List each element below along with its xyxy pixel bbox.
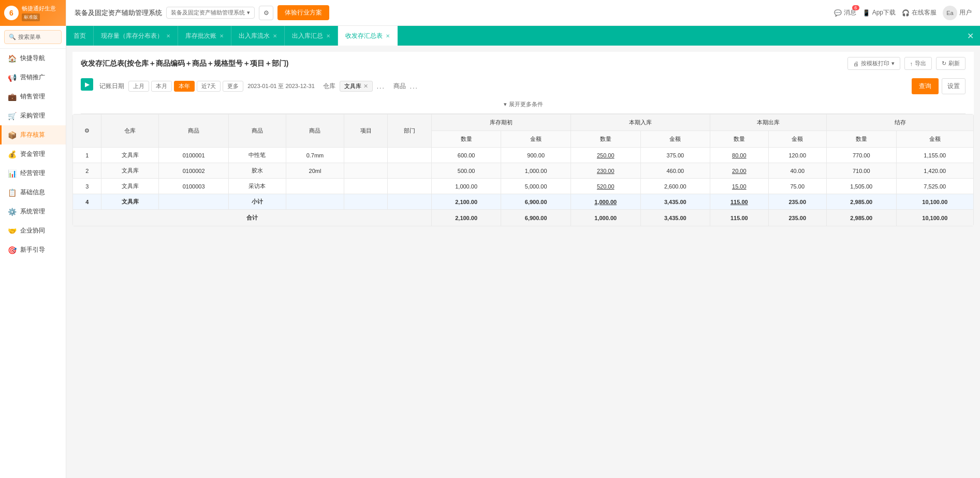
main-area: 装备及固定资产辅助管理系统 装备及固定资产辅助管理系统 ▾ ⚙ 体验行业方案 💬… bbox=[66, 0, 980, 478]
warehouse-filter-section: 仓库 文具库 ✕ ... bbox=[323, 81, 385, 92]
tab-batch-close[interactable]: ✕ bbox=[220, 33, 224, 39]
date-btn-7days[interactable]: 近7天 bbox=[197, 81, 221, 92]
tab-home[interactable]: 首页 bbox=[66, 26, 94, 46]
sidebar-item-kucun[interactable]: 📦 库存核算 bbox=[0, 125, 66, 144]
try-industry-button[interactable]: 体验行业方案 bbox=[277, 5, 329, 20]
tab-flow-close[interactable]: ✕ bbox=[273, 33, 277, 39]
row-out-qty[interactable]: 15.00 bbox=[710, 179, 768, 194]
app-tag: 标准版 bbox=[22, 13, 40, 21]
tab-batch[interactable]: 库存批次账 ✕ bbox=[178, 26, 231, 46]
sidebar-item-jichu[interactable]: 📋 基础信息 bbox=[0, 183, 66, 202]
print-icon: 🖨 bbox=[853, 61, 859, 67]
row-out-qty[interactable]: 20.00 bbox=[710, 163, 768, 179]
row-num: 4 bbox=[73, 194, 101, 210]
search-area[interactable]: 🔍 搜索菜单 bbox=[0, 26, 66, 49]
query-button[interactable]: 查询 bbox=[912, 78, 939, 94]
tab-inventory-dist[interactable]: 现存量（库存分布表） ✕ bbox=[94, 26, 178, 46]
row-code: 0100003 bbox=[159, 179, 229, 194]
sidebar-item-zijin[interactable]: 💰 资金管理 bbox=[0, 144, 66, 164]
sidebar-item-jingying[interactable]: 📊 经营管理 bbox=[0, 164, 66, 183]
nav-icon-zijin: 💰 bbox=[8, 150, 16, 158]
date-btn-this-year[interactable]: 本年 bbox=[174, 81, 195, 92]
tab-collect-summary[interactable]: 收发存汇总表 ✕ bbox=[338, 26, 398, 46]
nav-label-jingying: 经营管理 bbox=[20, 169, 45, 178]
th-opening-group: 库存期初 bbox=[431, 114, 571, 131]
sidebar: 6 畅捷通好生意 标准版 🔍 搜索菜单 🏠 快捷导航 📢 营销推广 💼 销售管理… bbox=[0, 0, 66, 478]
user-label: 用户 bbox=[959, 8, 972, 17]
sidebar-item-yingxiao[interactable]: 📢 营销推广 bbox=[0, 68, 66, 87]
row-name: 中性笔 bbox=[228, 148, 286, 163]
row-out-qty[interactable]: 115.00 bbox=[710, 194, 768, 210]
page-title: 收发存汇总表(按仓库＋商品编码＋商品＋规格型号＋项目＋部门) bbox=[81, 59, 288, 68]
system-select-dropdown[interactable]: 装备及固定资产辅助管理系统 ▾ bbox=[166, 7, 255, 19]
row-bal-amt: 1,420.00 bbox=[896, 163, 973, 179]
sidebar-item-xiaoshou[interactable]: 💼 销售管理 bbox=[0, 87, 66, 106]
row-spec: 20ml bbox=[286, 163, 344, 179]
footer-in-amt: 3,435.00 bbox=[640, 210, 710, 226]
sidebar-item-kuaijiedaohang[interactable]: 🏠 快捷导航 bbox=[0, 49, 66, 68]
sidebar-item-qiye[interactable]: 🤝 企业协同 bbox=[0, 221, 66, 240]
th-settings: ⚙ bbox=[73, 114, 101, 148]
date-btn-more[interactable]: 更多 bbox=[223, 81, 243, 92]
row-in-qty[interactable]: 230.00 bbox=[571, 163, 640, 179]
th-goods-name: 商品 bbox=[228, 114, 286, 148]
refresh-button[interactable]: ↻ 刷新 bbox=[936, 57, 966, 70]
date-btn-this-month[interactable]: 本月 bbox=[151, 81, 172, 92]
warehouse-more[interactable]: ... bbox=[377, 83, 385, 90]
row-code: 0100001 bbox=[159, 148, 229, 163]
tab-bar-close-button[interactable]: ✕ bbox=[961, 31, 980, 41]
message-button[interactable]: 💬 消息 6 bbox=[834, 8, 856, 17]
goods-filter-section: 商品 ... bbox=[393, 82, 418, 91]
sidebar-item-xinshou[interactable]: 🎯 新手引导 bbox=[0, 240, 66, 259]
app-download-button[interactable]: 📱 App下载 bbox=[862, 8, 896, 17]
tab-inout-summary-label: 出入库汇总 bbox=[292, 32, 323, 40]
tab-inout-summary[interactable]: 出入库汇总 ✕ bbox=[285, 26, 338, 46]
warehouse-tag-close[interactable]: ✕ bbox=[363, 83, 368, 90]
row-project bbox=[344, 148, 388, 163]
sidebar-item-xitong[interactable]: ⚙️ 系统管理 bbox=[0, 202, 66, 221]
th-warehouse: 仓库 bbox=[101, 114, 159, 148]
th-out-amt: 金额 bbox=[768, 131, 826, 148]
table-setting-button[interactable]: 设置 bbox=[942, 78, 966, 94]
tab-inventory-dist-close[interactable]: ✕ bbox=[166, 33, 170, 39]
filter-area: ▶ 记账日期 上月 本月 本年 近7天 更多 bbox=[72, 73, 974, 114]
goods-more[interactable]: ... bbox=[410, 83, 418, 90]
user-menu-button[interactable]: Ea 用户 bbox=[943, 6, 972, 20]
filter-fields: 记账日期 上月 本月 本年 近7天 更多 2023-01-01 至 2023-1… bbox=[99, 78, 966, 96]
tab-flow[interactable]: 出入库流水 ✕ bbox=[231, 26, 285, 46]
row-open-qty: 500.00 bbox=[431, 163, 501, 179]
settings-gear-button[interactable]: ⚙ bbox=[259, 6, 273, 20]
content-area: 收发存汇总表(按仓库＋商品编码＋商品＋规格型号＋项目＋部门) 🖨 按模板打印 ▾… bbox=[66, 46, 980, 478]
nav-label-zijin: 资金管理 bbox=[20, 150, 45, 158]
th-goods-code: 商品 bbox=[159, 114, 229, 148]
sidebar-item-caigou[interactable]: 🛒 采购管理 bbox=[0, 106, 66, 125]
row-out-qty[interactable]: 80.00 bbox=[710, 148, 768, 163]
filter-collapse-button[interactable]: ▶ bbox=[81, 78, 93, 91]
footer-out-amt: 235.00 bbox=[768, 210, 826, 226]
nav-label-xitong: 系统管理 bbox=[20, 207, 45, 216]
row-in-qty[interactable]: 1,000.00 bbox=[571, 194, 640, 210]
expand-more-filters-button[interactable]: ▾ 展开更多条件 bbox=[89, 98, 957, 110]
date-btn-last-month[interactable]: 上月 bbox=[128, 81, 149, 92]
export-button[interactable]: ↑ 导出 bbox=[904, 57, 932, 70]
tab-collect-summary-close[interactable]: ✕ bbox=[386, 33, 390, 39]
table-header-row-1: ⚙ 仓库 商品 商品 商品 项目 部门 库存期初 本期入库 本期出库 结存 bbox=[73, 114, 974, 131]
row-dept bbox=[388, 148, 431, 163]
tab-home-label: 首页 bbox=[74, 32, 86, 40]
warehouse-tag[interactable]: 文具库 ✕ bbox=[340, 81, 373, 92]
print-template-button[interactable]: 🖨 按模板打印 ▾ bbox=[847, 57, 900, 70]
row-in-qty[interactable]: 250.00 bbox=[571, 148, 640, 163]
tab-inout-summary-close[interactable]: ✕ bbox=[326, 33, 330, 39]
print-template-label: 按模板打印 bbox=[861, 60, 889, 67]
row-name: 采访本 bbox=[228, 179, 286, 194]
search-menu-button[interactable]: 🔍 搜索菜单 bbox=[4, 30, 62, 44]
row-open-amt: 5,000.00 bbox=[501, 179, 571, 194]
row-in-amt: 460.00 bbox=[640, 163, 710, 179]
online-service-button[interactable]: 🎧 在线客服 bbox=[902, 8, 937, 17]
row-project bbox=[344, 163, 388, 179]
table-footer: 合计 2,100.00 6,900.00 1,000.00 3,435.00 1… bbox=[73, 210, 974, 226]
row-in-qty[interactable]: 520.00 bbox=[571, 179, 640, 194]
tab-flow-label: 出入库流水 bbox=[239, 32, 270, 40]
footer-open-qty: 2,100.00 bbox=[431, 210, 501, 226]
date-filter-section: 记账日期 上月 本月 本年 近7天 更多 2023-01-01 至 2023-1… bbox=[99, 81, 315, 92]
